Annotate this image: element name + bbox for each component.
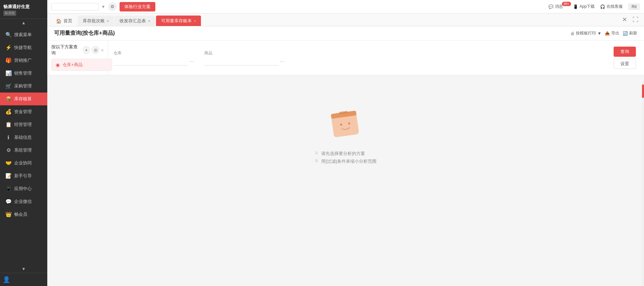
- sidebar-item-finance[interactable]: 💰 资金管理: [0, 105, 47, 118]
- filter-fields: 仓库 ··· 商品 ···: [108, 41, 644, 75]
- sidebar-item-marketing[interactable]: 🎁 营销推广: [0, 54, 47, 67]
- filter-scheme-settings-button[interactable]: ◎: [92, 46, 99, 54]
- app-icon: 📱: [5, 186, 11, 192]
- window-controls: ✕ ⛶: [621, 15, 640, 26]
- tab-stock-summary[interactable]: 收发存汇总表 ×: [114, 16, 155, 26]
- topbar-search-input[interactable]: [51, 3, 99, 10]
- topbar-search-area: [51, 3, 99, 10]
- sidebar-item-management[interactable]: 📋 经营管理: [0, 118, 47, 131]
- filter-warehouse-field: 仓库 ···: [113, 50, 194, 66]
- enterprise-icon: 🤝: [5, 160, 11, 166]
- sidebar-footer: 👤: [0, 273, 47, 286]
- topbar-service-btn[interactable]: 🎧 在线客服: [600, 4, 623, 9]
- export-button[interactable]: 📤 导出: [605, 30, 619, 36]
- sales-icon: 📊: [5, 70, 11, 76]
- empty-state: ① 请先选择要分析的方案 ② 用[过滤]条件来缩小分析范围: [47, 77, 644, 192]
- sidebar-item-label: 系统管理: [14, 147, 32, 153]
- tab-available-inventory-close[interactable]: ×: [194, 19, 196, 23]
- tab-home[interactable]: 🏠 首页: [51, 16, 77, 26]
- sidebar-item-label: 采购管理: [14, 83, 32, 89]
- main-area: ▼ ⚙ 体验行业方案 💬 消息 99+ 📱 App下载 🎧 在线客服: [47, 0, 644, 286]
- refresh-button[interactable]: 🔄 刷新: [623, 30, 637, 36]
- sidebar-item-label: 经营管理: [14, 122, 32, 128]
- hint-num-1: ①: [315, 150, 318, 157]
- print-icon: 🖨: [570, 31, 574, 36]
- tab-available-inventory[interactable]: 可用量库存账本 ×: [156, 16, 201, 26]
- sidebar-item-member[interactable]: 👑 畅会员: [0, 208, 47, 221]
- filter-warehouse-label: 仓库: [113, 50, 194, 56]
- tab-home-label: 首页: [63, 18, 72, 24]
- scheme-panel: ◉ 仓库+商品: [51, 59, 112, 71]
- filter-add-button[interactable]: +: [83, 46, 90, 54]
- sidebar-scroll-down[interactable]: ▼: [0, 265, 47, 273]
- newbie-icon: 📝: [5, 173, 11, 179]
- sidebar: 畅康通好生意 标准版 ▲ 🔍 搜索菜单 ⚡ 快捷导航 🎁 营销推广 📊 销售管理: [0, 0, 47, 286]
- topbar-dropdown-btn[interactable]: ▼: [101, 4, 105, 9]
- sidebar-item-label: 新手引导: [14, 173, 32, 179]
- tab-inventory-batch[interactable]: 库存批次账 ×: [78, 16, 114, 26]
- sidebar-item-search[interactable]: 🔍 搜索菜单: [0, 28, 47, 41]
- sidebar-nav: 🔍 搜索菜单 ⚡ 快捷导航 🎁 营销推广 📊 销售管理 🛒 采购管理 📦: [0, 27, 47, 265]
- tab-stock-summary-close[interactable]: ×: [148, 19, 150, 23]
- topbar-message-btn[interactable]: 💬 消息 99+: [548, 4, 568, 9]
- filter-controls: 按以下方案查询 + ◎ «: [51, 44, 104, 56]
- window-maximize-button[interactable]: ⛶: [631, 15, 640, 25]
- sidebar-scroll-up[interactable]: ▲: [0, 19, 47, 27]
- export-icon: 📤: [605, 31, 610, 36]
- filter-product-field: 商品 ···: [204, 50, 284, 66]
- window-close-button[interactable]: ✕: [621, 15, 628, 25]
- sidebar-item-label: 畅会员: [14, 211, 27, 217]
- filter-action-buttons: 查询 设置: [611, 44, 639, 72]
- sidebar-item-shortcut[interactable]: ⚡ 快捷导航: [0, 41, 47, 54]
- topbar-user-btn[interactable]: Rit: [628, 3, 640, 10]
- query-button[interactable]: 查询: [614, 47, 636, 57]
- empty-hint-1-text: 请先选择要分析的方案: [321, 150, 365, 157]
- empty-hint-2-text: 用[过滤]条件来缩小分析范围: [321, 157, 376, 165]
- print-button[interactable]: 🖨 按模板打印 ▼: [570, 30, 601, 36]
- inventory-icon: 📦: [5, 96, 11, 102]
- tab-inventory-batch-close[interactable]: ×: [107, 19, 109, 23]
- sidebar-item-newbie[interactable]: 📝 新手引导: [0, 170, 47, 182]
- sidebar-item-enterprise[interactable]: 🤝 企业协同: [0, 157, 47, 170]
- sidebar-item-inventory[interactable]: 📦 库存核算: [0, 93, 47, 105]
- filter-product-input-row: ···: [204, 57, 284, 66]
- sidebar-item-wechat[interactable]: 💬 企业微信: [0, 195, 47, 208]
- marketing-icon: 🎁: [5, 57, 11, 63]
- sidebar-item-sales[interactable]: 📊 销售管理: [0, 67, 47, 80]
- page-actions: 🖨 按模板打印 ▼ 📤 导出 🔄 刷新: [570, 30, 637, 36]
- wechat-icon: 💬: [5, 199, 11, 205]
- sidebar-header: 畅康通好生意 标准版: [0, 0, 47, 19]
- topbar-app-download-btn[interactable]: 📱 App下载: [573, 4, 595, 9]
- app-download-label: App下载: [579, 4, 595, 9]
- topbar-right: 💬 消息 99+ 📱 App下载 🎧 在线客服 Rit: [548, 3, 640, 10]
- scheme-item-warehouse-product[interactable]: ◉ 仓库+商品: [52, 59, 112, 71]
- sidebar-item-app[interactable]: 📱 应用中心: [0, 182, 47, 195]
- sidebar-item-label: 应用中心: [14, 186, 32, 192]
- filter-product-input[interactable]: [204, 57, 279, 66]
- filter-warehouse-more-button[interactable]: ···: [189, 58, 194, 64]
- filter-product-more-button[interactable]: ···: [280, 58, 284, 64]
- setting-button[interactable]: 设置: [614, 59, 636, 69]
- filter-collapse-button[interactable]: «: [101, 47, 104, 53]
- message-badge: 99+: [562, 2, 571, 6]
- service-label: 在线客服: [607, 4, 623, 9]
- brand-edition: 标准版: [3, 10, 16, 16]
- empty-illustration-svg: [326, 104, 366, 144]
- empty-hint-2: ② 用[过滤]条件来缩小分析范围: [315, 157, 376, 165]
- filter-scheme-header: 按以下方案查询 + ◎ « ◉ 仓库+商品: [47, 41, 108, 75]
- industry-solution-button[interactable]: 体验行业方案: [120, 2, 155, 11]
- sidebar-item-purchase[interactable]: 🛒 采购管理: [0, 80, 47, 93]
- sidebar-item-basic[interactable]: ℹ 基础信息: [0, 131, 47, 144]
- scheme-item-icon: ◉: [56, 62, 60, 68]
- export-label: 导出: [611, 30, 619, 36]
- app-download-icon: 📱: [573, 4, 578, 9]
- right-scrollbar[interactable]: [642, 81, 644, 286]
- sidebar-user-icon[interactable]: 👤: [3, 276, 10, 283]
- filter-warehouse-input[interactable]: [113, 57, 188, 66]
- finance-icon: 💰: [5, 109, 11, 115]
- topbar-gear-btn[interactable]: ⚙: [108, 2, 117, 11]
- scrollbar-thumb: [642, 84, 644, 98]
- sidebar-item-system[interactable]: ⚙ 系统管理: [0, 144, 47, 157]
- page-title: 可用量查询(按仓库+商品): [54, 30, 115, 37]
- brand-name: 畅康通好生意: [3, 4, 44, 10]
